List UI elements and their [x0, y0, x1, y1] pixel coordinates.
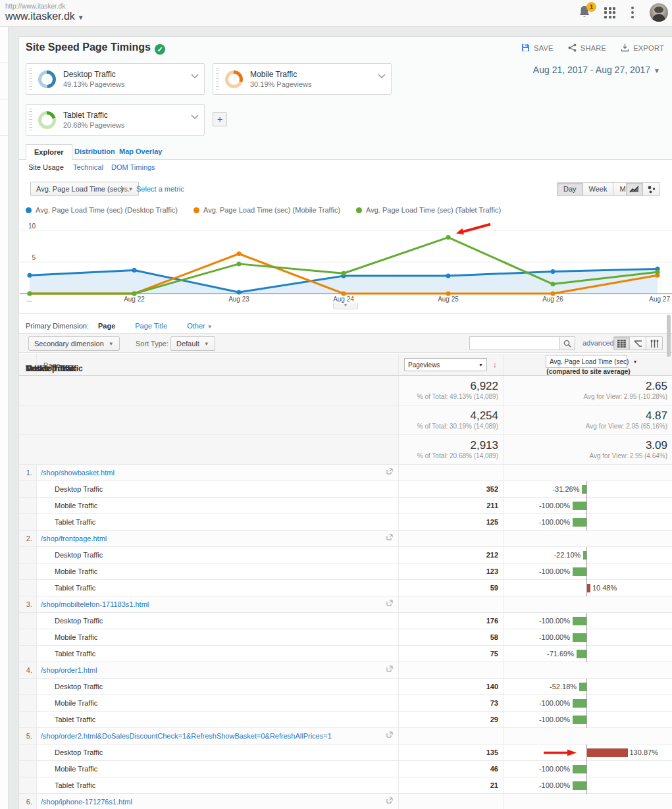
open-in-new-icon[interactable] — [386, 731, 393, 739]
chevron-down-icon: ▼ — [654, 67, 660, 74]
report-panel: Site Speed Page Timings✓ SAVE SHARE EXPO… — [18, 36, 672, 809]
page-url-link[interactable]: /shop/order2.html&DoSalesDiscountCheck=1… — [41, 732, 332, 740]
report-data-table: Page Pageviews▼ ↓ Avg. Page Load Time (s… — [19, 354, 672, 809]
open-in-new-icon[interactable] — [386, 665, 393, 673]
secondary-dimension-dropdown[interactable]: Secondary dimension▼ — [28, 336, 120, 351]
primary-dimension-page-title[interactable]: Page Title — [135, 322, 167, 330]
row-index: 4. — [19, 662, 37, 678]
timeseries-chart: 510...Aug 22Aug 23Aug 24Aug 25Aug 26Aug … — [20, 217, 672, 307]
segment-row-desktop-traffic: Desktop Traffic135130.87% — [19, 744, 672, 761]
summary-label-cell: Desktop Traffic — [19, 376, 399, 405]
summary-metric-cell: 2.65Avg for View: 2.95 (-10.28%) — [504, 376, 672, 405]
drag-handle[interactable] — [29, 68, 32, 90]
open-in-new-icon[interactable] — [386, 534, 393, 542]
segment-row-mobile-traffic: Mobile Traffic123-100.00% — [19, 563, 672, 580]
more-menu-icon[interactable] — [627, 5, 638, 20]
pageviews-value: 125 — [486, 518, 498, 526]
delta-percent: -100.00% — [539, 567, 570, 575]
summary-label-cell: Mobile Traffic — [19, 405, 399, 434]
page-url-link[interactable]: /shop/frontpage.html — [41, 535, 107, 542]
tab-explorer[interactable]: Explorer — [26, 144, 72, 160]
segment-label: Mobile Traffic — [55, 699, 97, 707]
subtab-dom-timings[interactable]: DOM Timings — [111, 163, 155, 171]
metric-total: 2.65 — [646, 380, 667, 393]
apps-grid-icon[interactable] — [604, 7, 615, 18]
share-button[interactable]: SHARE — [568, 43, 606, 52]
segment-card-tablet[interactable]: Tablet Traffic 20.68% Pageviews — [26, 104, 205, 136]
chevron-down-icon[interactable] — [191, 110, 199, 122]
delta-bar — [573, 518, 586, 527]
pageviews-column-dropdown[interactable]: Pageviews▼ — [404, 358, 487, 371]
granularity-week-button[interactable]: Week — [583, 182, 614, 196]
metric-column-dropdown[interactable]: Avg. Page Load Time (sec)▼ — [546, 355, 627, 368]
table-row: 4./shop/order1.html — [19, 662, 672, 679]
delta-percent: -100.00% — [539, 699, 570, 707]
pivot-view-button[interactable] — [646, 336, 663, 350]
primary-dimension-other[interactable]: Other▼ — [187, 322, 212, 330]
page-url-link[interactable]: /shop/showbasket.html — [41, 469, 115, 477]
granularity-day-button[interactable]: Day — [557, 182, 583, 196]
chevron-down-icon[interactable] — [191, 69, 199, 81]
save-button[interactable]: SAVE — [521, 43, 554, 52]
bar-axis — [586, 481, 587, 498]
open-in-new-icon[interactable] — [386, 797, 393, 805]
pageviews-total: 4,254 — [470, 409, 498, 423]
pivot-view-icon — [650, 340, 659, 348]
chart-expander[interactable]: ▼ — [333, 303, 358, 309]
segment-label: Mobile Traffic — [55, 765, 97, 773]
avatar[interactable] — [650, 3, 668, 22]
segment-label: Tablet Traffic — [55, 518, 95, 526]
line-chart-view-button[interactable] — [626, 182, 643, 196]
account-selector[interactable]: www.itasker.dk▼ — [5, 11, 84, 22]
segment-row-desktop-traffic: Desktop Traffic352-31.26% — [19, 481, 672, 498]
delta-percent: 130.87% — [630, 748, 658, 756]
export-button[interactable]: EXPORT — [621, 43, 664, 52]
motion-chart-view-button[interactable] — [643, 182, 660, 196]
drag-handle[interactable] — [29, 109, 32, 131]
column-header-page[interactable]: Page — [37, 354, 399, 375]
bar-axis — [586, 629, 587, 646]
delta-percent: -31.26% — [552, 485, 579, 493]
pageviews-value: 140 — [486, 683, 498, 691]
page-url-link[interactable]: /shop/mobiltelefon-171183s1.html — [41, 600, 149, 608]
chevron-down-icon[interactable] — [378, 69, 386, 81]
scrollbar-thumb[interactable] — [667, 315, 671, 357]
notifications-bell-icon[interactable]: 1 — [578, 5, 592, 20]
segment-card-desktop[interactable]: Desktop Traffic 49.13% Pageviews — [26, 63, 205, 95]
collapsed-left-nav[interactable] — [0, 27, 9, 809]
table-row: 6./shop/iphone-171276s1.html — [19, 794, 672, 809]
bar-axis — [586, 646, 587, 662]
summary-row-mobile-traffic: Mobile Traffic4,254% of Total: 30.19% (1… — [19, 405, 672, 435]
search-button[interactable] — [559, 336, 575, 350]
data-view-button[interactable] — [613, 336, 630, 350]
select-metric-link[interactable]: Select a metric — [136, 185, 184, 193]
sort-type-dropdown[interactable]: Default▼ — [170, 336, 215, 351]
segment-row-desktop-traffic: Desktop Traffic140-52.18% — [19, 679, 672, 695]
advanced-filter-link[interactable]: advanced — [582, 339, 614, 347]
primary-dimension-page[interactable]: Page — [98, 322, 115, 330]
performance-view-button[interactable] — [630, 336, 646, 350]
segment-label: Tablet Traffic — [55, 716, 95, 723]
open-in-new-icon[interactable] — [386, 600, 393, 608]
legend-dot-icon — [194, 207, 199, 213]
sort-direction-icon[interactable]: ↓ — [493, 359, 498, 369]
page-url-link[interactable]: /shop/order1.html — [41, 666, 97, 674]
drag-handle[interactable] — [216, 68, 219, 90]
bar-axis — [586, 777, 587, 794]
tab-map-overlay[interactable]: Map Overlay — [111, 144, 170, 160]
segment-label: Mobile Traffic — [55, 502, 97, 509]
account-url: http://www.itasker.dk — [5, 3, 65, 10]
subtab-site-usage[interactable]: Site Usage — [28, 163, 64, 171]
metric-note: Avg for View: 2.95 (-10.28%) — [584, 393, 667, 400]
bar-axis — [586, 547, 587, 563]
date-range-selector[interactable]: Aug 21, 2017 - Aug 27, 2017▼ — [533, 65, 660, 75]
search-input[interactable] — [469, 336, 560, 350]
bar-axis — [586, 563, 587, 580]
delta-percent: -22.10% — [554, 551, 581, 559]
pageviews-value: 176 — [486, 617, 498, 625]
segment-card-mobile[interactable]: Mobile Traffic 30.19% Pageviews — [213, 63, 392, 95]
subtab-technical[interactable]: Technical — [73, 163, 103, 171]
add-segment-button[interactable]: + — [213, 112, 227, 126]
page-url-link[interactable]: /shop/iphone-171276s1.html — [41, 798, 132, 806]
open-in-new-icon[interactable] — [386, 468, 393, 476]
